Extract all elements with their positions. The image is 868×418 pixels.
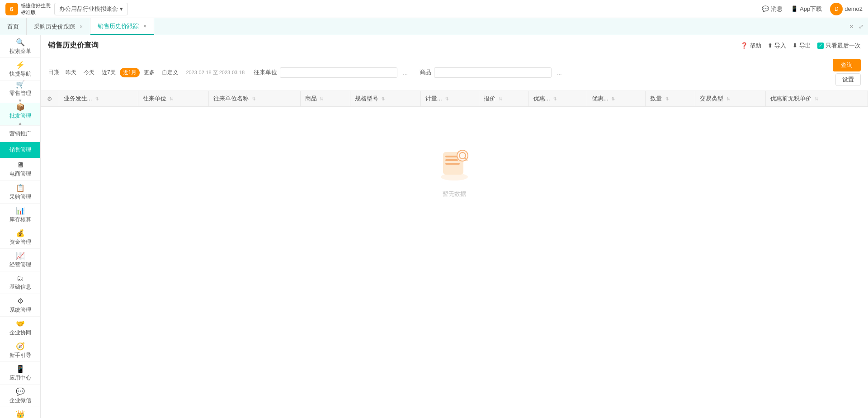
enterprise-icon: 🤝 bbox=[16, 319, 25, 328]
contact-dots[interactable]: ... bbox=[400, 68, 410, 77]
guide-icon: 🧭 bbox=[16, 342, 25, 351]
sidebar-item-app-center[interactable]: 📱 应用中心 bbox=[0, 362, 40, 385]
system-icon: ⚙ bbox=[17, 297, 24, 305]
tab-purchase-history[interactable]: 采购历史价跟踪 × bbox=[27, 18, 90, 35]
svg-rect-4 bbox=[445, 163, 460, 165]
sort-icon-contact-code: ⇅ bbox=[170, 96, 173, 101]
sort-icon-quote: ⇅ bbox=[499, 96, 502, 101]
goods-dots[interactable]: ... bbox=[554, 68, 565, 77]
app-selector[interactable]: 办公用品行业模拟账套 ▾ bbox=[54, 3, 128, 15]
column-contact-code[interactable]: 往来单位 ⇅ bbox=[138, 91, 209, 107]
goods-input[interactable] bbox=[434, 67, 552, 78]
sidebar-item-wechat[interactable]: 💬 企业微信 bbox=[0, 385, 40, 407]
purchase-icon: 📋 bbox=[16, 184, 25, 192]
sidebar-item-system[interactable]: ⚙ 系统管理 bbox=[0, 294, 40, 317]
date-filter-group: 日期 昨天 今天 近7天 近1月 更多 自定义 2023-02-18 至 202… bbox=[48, 68, 245, 77]
page-title: 销售历史价查询 bbox=[48, 41, 99, 50]
member-icon: 👑 bbox=[16, 410, 25, 418]
column-gear[interactable]: ⚙ bbox=[41, 91, 59, 107]
page-header: 销售历史价查询 ❓ 帮助 ⬆ 导入 ⬇ 导出 ✓ bbox=[41, 35, 868, 54]
setting-button[interactable]: 设置 bbox=[835, 73, 861, 86]
sidebar-item-finance[interactable]: 💰 资金管理 bbox=[0, 226, 40, 249]
main-layout: 🔍 搜索菜单 ⚡ 快捷导航 🛒 零售管理 ▼ 📦 批发管理 ▲ 营销推广 销售管… bbox=[0, 35, 868, 418]
wechat-icon: 💬 bbox=[16, 387, 25, 396]
goods-filter-group: 商品 ... bbox=[420, 67, 565, 78]
sort-icon-unit: ⇅ bbox=[445, 96, 448, 101]
tab-controls: ✕ ⤢ bbox=[844, 18, 868, 35]
date-btn-today[interactable]: 今天 bbox=[80, 68, 98, 77]
empty-state: 暂无数据 bbox=[41, 107, 868, 234]
sidebar-item-enterprise[interactable]: 🤝 企业协同 bbox=[0, 317, 40, 339]
date-btn-last1m[interactable]: 近1月 bbox=[120, 68, 140, 77]
data-table: ⚙ 业务发生... ⇅ 往来单位 ⇅ 往来单位名称 ⇅ bbox=[41, 91, 868, 107]
column-qty[interactable]: 数量 ⇅ bbox=[646, 91, 695, 107]
sidebar-item-basic[interactable]: 🗂 基础信息 bbox=[0, 271, 40, 294]
tab-sales-history[interactable]: 销售历史价跟踪 × bbox=[90, 18, 154, 35]
message-action[interactable]: 💬 消息 bbox=[762, 5, 783, 13]
only-last-wrapper[interactable]: ✓ 只看最后一次 bbox=[817, 42, 861, 50]
column-spec[interactable]: 规格型号 ⇅ bbox=[350, 91, 420, 107]
expand-tab-control[interactable]: ⤢ bbox=[859, 23, 863, 30]
column-discount2[interactable]: 优惠... ⇅ bbox=[587, 91, 645, 107]
operations-icon: 📈 bbox=[16, 252, 25, 260]
export-icon: ⬇ bbox=[793, 42, 797, 49]
sidebar-item-shortcut[interactable]: ⚡ 快捷导航 bbox=[0, 58, 40, 81]
export-action[interactable]: ⬇ 导出 bbox=[793, 42, 811, 50]
date-btn-more[interactable]: 更多 bbox=[141, 68, 158, 77]
logo-icon: 6 bbox=[5, 3, 18, 15]
top-header: 6 畅捷信好生意 标准版 办公用品行业模拟账套 ▾ 💬 消息 📱 App下载 D… bbox=[0, 0, 868, 18]
content-area: 销售历史价查询 ❓ 帮助 ⬆ 导入 ⬇ 导出 ✓ bbox=[41, 35, 868, 418]
query-button[interactable]: 查询 bbox=[833, 59, 861, 71]
table-container: ⚙ 业务发生... ⇅ 往来单位 ⇅ 往来单位名称 ⇅ bbox=[41, 91, 868, 418]
column-unit[interactable]: 计量... ⇅ bbox=[420, 91, 479, 107]
contact-input[interactable] bbox=[280, 67, 397, 78]
message-icon: 💬 bbox=[762, 5, 769, 12]
date-btn-last7[interactable]: 近7天 bbox=[99, 68, 119, 77]
sidebar-item-inventory[interactable]: 📊 库存核算 bbox=[0, 204, 40, 226]
sidebar-item-wholesale[interactable]: 📦 批发管理 ▲ bbox=[0, 103, 40, 126]
sort-icon-discount1: ⇅ bbox=[553, 96, 557, 101]
wholesale-arrow-icon: ▲ bbox=[18, 121, 23, 126]
close-tab-control[interactable]: ✕ bbox=[849, 23, 854, 30]
import-action[interactable]: ⬆ 导入 bbox=[768, 42, 786, 50]
empty-text: 暂无数据 bbox=[443, 190, 466, 198]
header-left: 6 畅捷信好生意 标准版 办公用品行业模拟账套 ▾ bbox=[5, 2, 128, 15]
date-btn-yesterday[interactable]: 昨天 bbox=[62, 68, 80, 77]
sidebar-sub-sales[interactable]: 销售管理 bbox=[0, 142, 40, 158]
tab-home[interactable]: 首页 bbox=[0, 18, 27, 35]
user-profile-action[interactable]: D demo2 bbox=[830, 3, 863, 15]
sort-icon-discount2: ⇅ bbox=[611, 96, 615, 101]
app-download-action[interactable]: 📱 App下载 bbox=[791, 5, 822, 13]
sidebar-item-search[interactable]: 🔍 搜索菜单 bbox=[0, 35, 40, 58]
sort-icon-pretax: ⇅ bbox=[815, 96, 818, 101]
column-trade-type[interactable]: 交易类型 ⇅ bbox=[695, 91, 765, 107]
avatar: D bbox=[830, 3, 843, 15]
tab-close-purchase[interactable]: × bbox=[80, 24, 83, 30]
tab-close-sales[interactable]: × bbox=[143, 23, 146, 29]
goods-label: 商品 bbox=[420, 68, 431, 76]
sidebar-item-retail[interactable]: 🛒 零售管理 ▼ bbox=[0, 81, 40, 103]
column-biz-date[interactable]: 业务发生... ⇅ bbox=[59, 91, 138, 107]
date-options: 昨天 今天 近7天 近1月 更多 自定义 bbox=[62, 68, 181, 77]
date-btn-custom[interactable]: 自定义 bbox=[159, 68, 181, 77]
table-header-row: ⚙ 业务发生... ⇅ 往来单位 ⇅ 往来单位名称 ⇅ bbox=[41, 91, 868, 107]
column-goods[interactable]: 商品 ⇅ bbox=[300, 91, 350, 107]
tab-bar: 首页 采购历史价跟踪 × 销售历史价跟踪 × ✕ ⤢ bbox=[0, 18, 868, 35]
column-pretax[interactable]: 优惠前无税单价 ⇅ bbox=[766, 91, 868, 107]
sidebar-item-purchase[interactable]: 📋 采购管理 bbox=[0, 181, 40, 204]
column-contact-name[interactable]: 往来单位名称 ⇅ bbox=[209, 91, 301, 107]
sidebar-item-ecommerce[interactable]: 🖥 电商管理 bbox=[0, 158, 40, 181]
help-action[interactable]: ❓ 帮助 bbox=[741, 42, 761, 50]
sidebar-item-operations[interactable]: 📈 经营管理 bbox=[0, 249, 40, 271]
sidebar-item-guide[interactable]: 🧭 新手引导 bbox=[0, 339, 40, 362]
empty-illustration bbox=[432, 143, 477, 184]
wholesale-icon: 📦 bbox=[16, 103, 25, 111]
column-quote[interactable]: 报价 ⇅ bbox=[479, 91, 528, 107]
import-icon: ⬆ bbox=[768, 42, 773, 49]
filter-bar: 日期 昨天 今天 近7天 近1月 更多 自定义 2023-02-18 至 202… bbox=[41, 54, 868, 91]
sidebar-item-member[interactable]: 👑 畅会员 bbox=[0, 407, 40, 418]
only-last-checkbox[interactable]: ✓ bbox=[817, 43, 824, 49]
sidebar-sub-marketing[interactable]: 营销推广 bbox=[0, 126, 40, 142]
finance-icon: 💰 bbox=[16, 229, 25, 238]
column-discount1[interactable]: 优惠... ⇅ bbox=[528, 91, 587, 107]
